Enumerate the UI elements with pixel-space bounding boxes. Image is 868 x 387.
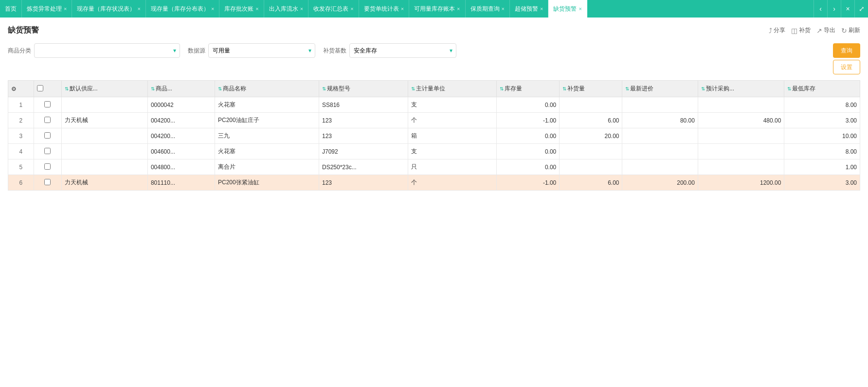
col-product-name[interactable]: ⇅商品名称 [215, 81, 319, 97]
category-select[interactable] [34, 43, 180, 58]
col-replenish-qty[interactable]: ⇅补货量 [560, 81, 622, 97]
nav-tab-batch-close[interactable]: × [255, 6, 258, 12]
nav-arrow-right[interactable]: › [827, 0, 841, 18]
replenish-button[interactable]: ◫ 补货 [791, 26, 811, 35]
filter-category: 商品分类 [8, 43, 180, 58]
row-checkbox-cell [34, 97, 61, 113]
row-checkbox[interactable] [44, 148, 51, 154]
nav-tab-shortage-close[interactable]: × [579, 6, 581, 12]
row-replenish-qty: 20.00 [560, 128, 622, 144]
row-replenish-qty: 6.00 [560, 113, 622, 128]
gear-icon[interactable]: ⚙ [11, 86, 17, 92]
datasource-select[interactable]: 可用量 [208, 43, 315, 58]
row-supplier [61, 144, 147, 159]
nav-tab-abnormal-close[interactable]: × [64, 6, 67, 12]
row-min-stock: 3.00 [784, 175, 860, 191]
col-spec[interactable]: ⇅规格型号 [319, 81, 408, 97]
nav-tab-available[interactable]: 可用量库存账本 × [409, 0, 465, 18]
nav-tab-stock2[interactable]: 现存量（库存分布表） × [146, 0, 219, 18]
sort-icon-replenish-qty: ⇅ [562, 86, 566, 91]
replenish-label: 补货 [799, 26, 811, 35]
row-unit: 支 [408, 97, 497, 113]
row-stock: -1.00 [497, 113, 560, 128]
nav-tab-reqstat[interactable]: 要货单统计表 × [359, 0, 409, 18]
nav-arrow-expand[interactable]: ⤢ [854, 0, 868, 18]
nav-tab-expiry-close[interactable]: × [502, 6, 505, 12]
row-replenish-qty [560, 159, 622, 175]
sort-icon-name: ⇅ [218, 86, 222, 91]
settings-button[interactable]: 设置 [833, 60, 860, 74]
export-button[interactable]: ↗ 导出 [816, 26, 835, 35]
row-gear-cell: 2 [8, 113, 34, 128]
col-latest-price[interactable]: ⇅最新进价 [622, 81, 698, 97]
row-unit: 只 [408, 159, 497, 175]
category-select-wrap [34, 43, 180, 58]
datasource-select-wrap: 可用量 [208, 43, 315, 58]
col-checkbox [34, 81, 61, 97]
nav-tab-abnormal-label: 炼货异常处理 [27, 5, 62, 13]
row-replenish-qty: 6.00 [560, 175, 622, 191]
row-latest-price [622, 128, 698, 144]
table-row: 1 0000042 火花塞 SS816 支 0.00 8.00 [8, 97, 860, 113]
data-table: ⚙ ⇅默认供应... ⇅商品... ⇅商品名称 ⇅规格型号 ⇅ [8, 80, 860, 191]
nav-tab-overstock-close[interactable]: × [540, 6, 543, 12]
nav-tab-batch[interactable]: 库存批次账 × [219, 0, 264, 18]
row-unit: 箱 [408, 128, 497, 144]
row-checkbox-cell [34, 113, 61, 128]
col-min-stock[interactable]: ⇅最低库存 [784, 81, 860, 97]
row-checkbox[interactable] [44, 163, 51, 170]
nav-arrow-left[interactable]: ‹ [814, 0, 827, 18]
nav-tab-flow[interactable]: 出入库流水 × [264, 0, 308, 18]
select-all-checkbox[interactable] [37, 85, 43, 91]
row-min-stock: 10.00 [784, 128, 860, 144]
row-gear-cell: 1 [8, 97, 34, 113]
row-checkbox[interactable] [44, 179, 51, 185]
query-button[interactable]: 查询 [833, 43, 860, 58]
col-product-code[interactable]: ⇅商品... [147, 81, 215, 97]
row-supplier [61, 159, 147, 175]
table-row: 4 004600... 火花塞 J7092 支 0.00 8.00 [8, 144, 860, 159]
nav-tab-shortage[interactable]: 缺货预警 × [548, 0, 587, 18]
col-default-supplier[interactable]: ⇅默认供应... [61, 81, 147, 97]
row-checkbox-cell [34, 175, 61, 191]
col-stock[interactable]: ⇅库存量 [497, 81, 560, 97]
nav-tab-home[interactable]: 首页 [0, 0, 22, 18]
replenish-basis-select[interactable]: 安全库存 [349, 43, 456, 58]
filter-datasource: 数据源 可用量 [188, 43, 315, 58]
datasource-label: 数据源 [188, 47, 205, 55]
row-min-stock: 3.00 [784, 113, 860, 128]
col-unit[interactable]: ⇅主计量单位 [408, 81, 497, 97]
row-checkbox[interactable] [44, 117, 51, 123]
nav-tab-reqstat-close[interactable]: × [401, 6, 404, 12]
nav-tab-available-close[interactable]: × [457, 6, 460, 12]
share-button[interactable]: ⤴ 分享 [769, 26, 785, 35]
nav-tab-overstock[interactable]: 超储预警 × [510, 0, 548, 18]
row-product-code: 0000042 [147, 97, 215, 113]
nav-tab-summary[interactable]: 收发存汇总表 × [308, 0, 359, 18]
sort-icon-est-purchase: ⇅ [701, 86, 705, 91]
col-est-purchase[interactable]: ⇅预计采购... [698, 81, 784, 97]
row-gear-cell: 6 [8, 175, 34, 191]
table-body: 1 0000042 火花塞 SS816 支 0.00 8.00 2 力天机械 0… [8, 97, 860, 191]
table-row: 3 004200... 三九 123 箱 0.00 20.00 10.00 [8, 128, 860, 144]
nav-tab-stock2-close[interactable]: × [211, 6, 214, 12]
row-product-name: 火花塞 [215, 144, 319, 159]
nav-tab-stock1[interactable]: 现存量（库存状况表） × [72, 0, 145, 18]
nav-tab-stock1-close[interactable]: × [137, 6, 140, 12]
sort-icon-unit: ⇅ [411, 86, 415, 91]
replenish-icon: ◫ [791, 27, 797, 35]
row-checkbox[interactable] [44, 101, 51, 107]
page-title: 缺货预警 [8, 25, 39, 35]
row-checkbox[interactable] [44, 132, 51, 139]
nav-arrow-close[interactable]: × [841, 0, 854, 18]
row-supplier: 力天机械 [61, 113, 147, 128]
refresh-button[interactable]: ↻ 刷新 [841, 26, 860, 35]
nav-tab-abnormal[interactable]: 炼货异常处理 × [22, 0, 72, 18]
nav-tab-summary-close[interactable]: × [350, 6, 353, 12]
nav-tab-flow-close[interactable]: × [300, 6, 303, 12]
nav-tab-expiry[interactable]: 保质期查询 × [466, 0, 510, 18]
row-unit: 支 [408, 144, 497, 159]
table-row: 5 004800... 离合片 DS250*23c... 只 0.00 1.00 [8, 159, 860, 175]
table-row: 2 力天机械 004200... PC200油缸庄子 123 个 -1.00 6… [8, 113, 860, 128]
row-product-name: PC200油缸庄子 [215, 113, 319, 128]
